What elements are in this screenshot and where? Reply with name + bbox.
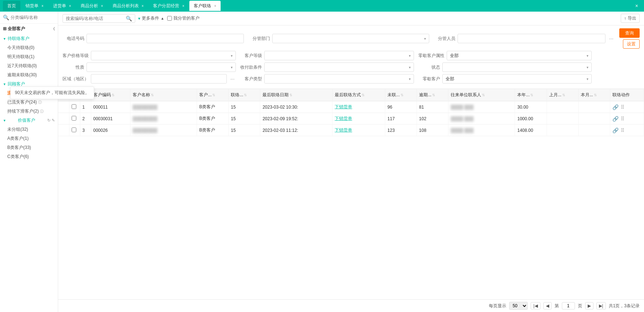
sidebar-item-today[interactable]: 今天待联络(0) (0, 43, 58, 52)
nav-tab-purchase[interactable]: 进货单 × (49, 1, 76, 11)
td-overdue: 108 (417, 125, 448, 136)
all-customers-title[interactable]: ⊞ 全部客户 《 (0, 24, 58, 34)
th-code-label: 客户编码 (93, 92, 111, 98)
sidebar-item-7days[interactable]: 近7天待联络(0) (0, 61, 58, 70)
search-box[interactable]: 🔍 (63, 14, 135, 23)
th-code[interactable]: 客户编码 ⇅ (91, 89, 130, 101)
contact-method-link[interactable]: 下销货单 (335, 127, 352, 133)
sidebar-item-class-b[interactable]: B类客户(33) (0, 143, 58, 152)
product-analysis-list-tab-close[interactable]: × (142, 4, 144, 8)
customer-contact-tab-close[interactable]: × (214, 4, 216, 8)
row-checkbox[interactable] (72, 104, 76, 109)
region-select[interactable] (91, 74, 227, 84)
contact-action-icon[interactable]: 🔗 (612, 104, 619, 110)
sidebar-group-value[interactable]: 价值客户 ↻ ✎ (0, 116, 58, 125)
phone-input[interactable] (86, 34, 244, 43)
more-filter-button[interactable]: ▾ 更多条件 ▲ (138, 15, 164, 21)
td-checkbox[interactable] (69, 113, 80, 125)
toolbar-right: ↑ 导出 (621, 14, 640, 23)
zero-attr-arrow-icon: ▾ (587, 54, 588, 58)
contact-method-link[interactable]: 下销货单 (335, 104, 352, 109)
more-action-icon[interactable]: ⠿ (621, 104, 624, 110)
th-last-contact-method[interactable]: 最后联络方式 ⇅ (332, 89, 385, 101)
price-level-select[interactable]: ▾ (91, 51, 236, 60)
th-overdue[interactable]: 逾期... ⇅ (417, 89, 448, 101)
contact-method-link[interactable]: 下销货单 (335, 116, 352, 121)
sidebar-item-class-c[interactable]: C类客户(6) (0, 152, 58, 161)
td-checkbox[interactable] (69, 125, 80, 136)
sidebar-group-pending[interactable]: 待联络客户 (0, 34, 58, 43)
person-more-button[interactable]: ··· (608, 36, 615, 41)
payment-select[interactable]: ▾ (264, 62, 414, 72)
more-action-icon[interactable]: ⠿ (621, 127, 624, 133)
level-select[interactable]: ▾ (264, 51, 414, 60)
td-name: ████████ (130, 113, 197, 125)
nature-arrow-icon: ▾ (231, 65, 233, 69)
sidebar-item-class-a[interactable]: A类客户(1) (0, 134, 58, 143)
nav-tab-product-analysis-list[interactable]: 商品分析列表 × (108, 1, 148, 11)
th-last-contact-date[interactable]: 最后联络日期 ⇅ (260, 89, 333, 101)
td-checkbox[interactable] (69, 101, 80, 113)
th-last-month[interactable]: 上月... ⇅ (547, 89, 578, 101)
contact-action-icon[interactable]: 🔗 (612, 116, 619, 122)
sidebar-item-unclassified[interactable]: 未分组(32) (0, 125, 58, 134)
nature-select[interactable]: ▾ (86, 62, 236, 72)
filter-person: 分管人员 ··· (434, 34, 615, 43)
th-name[interactable]: 客户名称 ⇅ (130, 89, 197, 101)
person-select[interactable] (458, 34, 605, 43)
td-last-contact-method[interactable]: 下销货单 (332, 101, 385, 113)
th-this-year[interactable]: 本年... ⇅ (515, 89, 547, 101)
sales-tab-label: 销货单 (25, 3, 39, 9)
filter-icon: ▾ (138, 16, 140, 21)
dept-select[interactable]: ▾ (272, 34, 430, 43)
th-this-month[interactable]: 本月... ⇅ (578, 89, 610, 101)
my-customers-checkbox-area[interactable]: 我分管的客户 (167, 15, 200, 21)
th-customer-type[interactable]: 客户... ⇅ (197, 89, 229, 101)
nav-tab-customer-segment[interactable]: 客户分层经营 × (149, 1, 189, 11)
nav-tab-customer-contact[interactable]: 客户联络 × (189, 1, 221, 11)
product-analysis-tab-close[interactable]: × (101, 4, 103, 8)
th-contact[interactable]: 联络... ⇅ (229, 89, 260, 101)
sidebar-item-declining[interactable]: 持续下滑客户(2) ⓘ (0, 107, 58, 116)
type-select[interactable]: ▾ (264, 74, 414, 84)
row-checkbox[interactable] (72, 127, 76, 132)
th-uncontacted[interactable]: 未联... ⇅ (385, 89, 417, 101)
row-checkbox[interactable] (72, 116, 76, 121)
th-contacts[interactable]: 往来单位联系人 ⇅ (448, 89, 515, 101)
payment-arrow-icon: ▾ (409, 65, 411, 69)
next-page-button[interactable]: ▶ (585, 302, 593, 309)
sales-tab-close[interactable]: × (41, 4, 44, 8)
region-more-button[interactable]: ··· (229, 76, 236, 82)
sidebar-search-input[interactable] (11, 15, 58, 20)
first-page-button[interactable]: |◀ (531, 302, 540, 309)
status-select[interactable]: ▾ (442, 62, 592, 72)
page-size-select[interactable]: 50 10 20 100 (509, 302, 528, 310)
th-uncontacted-label: 未联... (387, 92, 400, 98)
my-customers-checkbox[interactable] (167, 16, 172, 21)
zero-attr-select[interactable]: 全部 ▾ (447, 51, 592, 60)
zero-customer-select[interactable]: 全部 ▾ (442, 74, 592, 84)
customer-segment-tab-close[interactable]: × (182, 4, 184, 8)
search-icon[interactable]: 🔍 (126, 16, 132, 21)
td-last-contact-method[interactable]: 下销货单 (332, 125, 385, 136)
query-button[interactable]: 查询 (619, 28, 640, 38)
settings-button[interactable]: 设置 (623, 39, 640, 49)
customer-segment-tab-label: 客户分层经营 (153, 3, 179, 9)
sidebar-item-tomorrow[interactable]: 明天待联络(1) (0, 52, 58, 61)
per-page-label: 每页显示 (489, 303, 506, 309)
td-last-contact-method[interactable]: 下销货单 (332, 113, 385, 125)
page-number-input[interactable] (562, 302, 575, 309)
purchase-tab-close[interactable]: × (69, 4, 71, 8)
nav-tab-sales[interactable]: 销货单 × (21, 1, 48, 11)
nav-tab-home[interactable]: 首页 (3, 1, 20, 11)
nav-tab-product-analysis[interactable]: 商品分析 × (76, 1, 108, 11)
search-input[interactable] (66, 16, 124, 21)
more-action-icon[interactable]: ⠿ (621, 116, 624, 122)
sidebar-item-overdue-contact[interactable]: 逾期未联络(30) (0, 70, 58, 80)
type-label: 客户类型 (240, 76, 262, 82)
close-all-button[interactable]: × (632, 1, 641, 10)
prev-page-button[interactable]: ◀ (543, 302, 552, 309)
export-button[interactable]: ↑ 导出 (621, 14, 640, 23)
last-page-button[interactable]: ▶| (596, 302, 606, 309)
contact-action-icon[interactable]: 🔗 (612, 127, 619, 133)
